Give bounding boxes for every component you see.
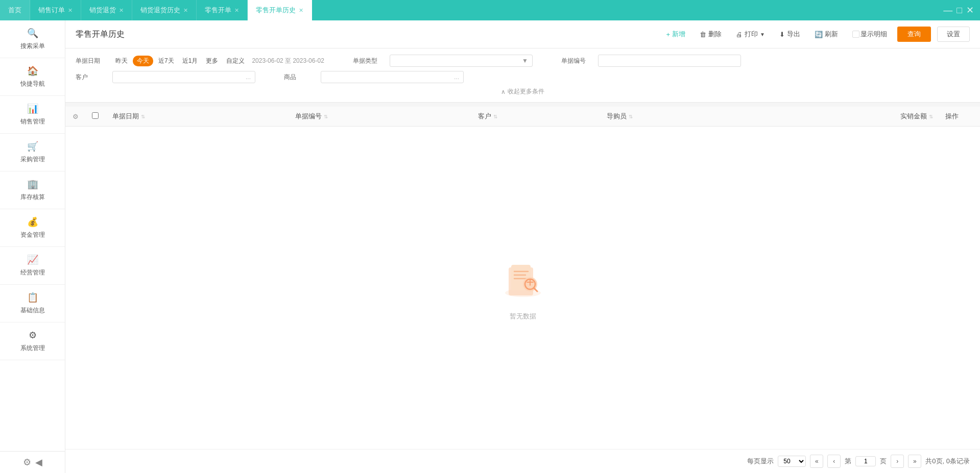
per-page-select[interactable]: 50 10 20 100 — [778, 456, 806, 467]
table-area: ⚙ 单据日期 ⇅ 单据编号 ⇅ — [65, 107, 980, 473]
add-button[interactable]: + 新增 — [662, 28, 690, 41]
toolbar: + 新增 🗑 删除 🖨 打印 ▼ ⬇ 导出 🔄 刷 — [662, 27, 970, 42]
window-close-icon[interactable]: ✕ — [966, 5, 974, 16]
sidebar-item-finance[interactable]: 💰 资金管理 — [0, 209, 65, 247]
refresh-button[interactable]: 🔄 刷新 — [810, 28, 842, 41]
basic-info-icon: 📋 — [27, 292, 38, 303]
sales-icon: 📊 — [27, 103, 38, 114]
query-button[interactable]: 查询 — [897, 27, 931, 42]
settings-icon-bottom[interactable]: ⚙ — [23, 457, 31, 468]
export-icon: ⬇ — [779, 31, 785, 38]
sort-customer-icon[interactable]: ⇅ — [493, 114, 497, 119]
checkbox-all-col — [86, 107, 106, 127]
tab-sales-return[interactable]: 销货退货 ✕ — [81, 0, 132, 20]
inventory-icon: 🏢 — [27, 179, 38, 190]
first-page-icon: « — [815, 458, 819, 465]
sidebar-item-sales-mgmt[interactable]: 📊 销售管理 — [0, 96, 65, 134]
customer-dots-icon[interactable]: ... — [246, 73, 251, 81]
next-page-button[interactable]: › — [891, 455, 904, 468]
date-btn-custom[interactable]: 自定义 — [223, 56, 248, 66]
first-page-button[interactable]: « — [810, 455, 823, 468]
sidebar-item-purchase-mgmt[interactable]: 🛒 采购管理 — [0, 134, 65, 171]
add-icon: + — [666, 31, 671, 38]
col-no: 单据编号 ⇅ — [289, 107, 472, 127]
finance-icon: 💰 — [27, 216, 38, 228]
sidebar-item-search-purchase[interactable]: 🔍 搜索采单 — [0, 20, 65, 58]
tab-sales-return-history[interactable]: 销货退货历史 ✕ — [132, 0, 197, 20]
date-buttons: 昨天 今天 近7天 近1月 更多 自定义 2023-06-02 至 2023-0… — [112, 56, 324, 66]
empty-area: 暂无数据 — [65, 127, 980, 449]
date-btn-more[interactable]: 更多 — [203, 56, 221, 66]
tab-home[interactable]: 首页 — [0, 0, 30, 20]
tab-sales-order[interactable]: 销售订单 ✕ — [30, 0, 81, 20]
date-btn-today[interactable]: 今天 — [133, 56, 153, 66]
minimize-icon[interactable]: — — [943, 5, 952, 16]
last-page-button[interactable]: » — [908, 455, 921, 468]
sort-amount-icon[interactable]: ⇅ — [929, 114, 933, 119]
sidebar-item-quick-nav[interactable]: 🏠 快捷导航 — [0, 58, 65, 96]
display-detail-checkbox[interactable] — [852, 31, 859, 38]
system-icon: ⚙ — [29, 330, 37, 341]
checkbox-header: ⚙ — [65, 107, 86, 127]
maximize-icon[interactable]: □ — [957, 5, 962, 16]
col-date: 单据日期 ⇅ — [106, 107, 289, 127]
date-btn-7days[interactable]: 近7天 — [155, 56, 177, 66]
home-icon: 🏠 — [27, 65, 38, 77]
last-page-icon: » — [913, 458, 917, 465]
main-layout: 🔍 搜索采单 🏠 快捷导航 📊 销售管理 🛒 采购管理 🏢 库存核算 💰 资金管… — [0, 20, 980, 473]
collapse-sidebar-icon[interactable]: ◀ — [35, 457, 42, 468]
sort-date-icon[interactable]: ⇅ — [141, 114, 145, 119]
doc-type-select[interactable]: ▼ — [390, 55, 533, 67]
content-area: 零售开单历史 + 新增 🗑 删除 🖨 打印 ▼ ⬇ 导出 — [65, 20, 980, 473]
export-button[interactable]: ⬇ 导出 — [775, 28, 804, 41]
prev-page-icon: ‹ — [833, 458, 835, 465]
date-btn-yesterday[interactable]: 昨天 — [112, 56, 131, 66]
refresh-icon: 🔄 — [815, 31, 823, 38]
next-page-icon: › — [896, 458, 898, 465]
close-sales-return-history-icon[interactable]: ✕ — [183, 7, 188, 14]
close-sales-order-icon[interactable]: ✕ — [68, 7, 73, 14]
sidebar-item-basic-info[interactable]: 📋 基础信息 — [0, 285, 65, 322]
table-header-row: ⚙ 单据日期 ⇅ 单据编号 ⇅ — [65, 107, 980, 127]
doc-type-arrow-icon: ▼ — [522, 57, 528, 64]
data-table: ⚙ 单据日期 ⇅ 单据编号 ⇅ — [65, 107, 980, 127]
prev-page-button[interactable]: ‹ — [827, 455, 841, 468]
settings-col-icon[interactable]: ⚙ — [73, 113, 79, 120]
sort-no-icon[interactable]: ⇅ — [324, 114, 328, 119]
sort-guide-icon[interactable]: ⇅ — [629, 114, 633, 119]
select-all-checkbox[interactable] — [92, 112, 99, 119]
close-sales-return-icon[interactable]: ✕ — [119, 7, 124, 14]
settings-button[interactable]: 设置 — [937, 27, 970, 42]
pagination: 每页显示 50 10 20 100 « ‹ 第 页 › — [65, 449, 980, 473]
purchase-icon: 🛒 — [27, 141, 38, 152]
col-amount: 实销金额 ⇅ — [756, 107, 939, 127]
sidebar-item-operations[interactable]: 📈 经营管理 — [0, 247, 65, 285]
page-number-input[interactable] — [855, 456, 876, 466]
per-page-label: 每页显示 — [747, 457, 774, 466]
total-info: 共0页, 0条记录 — [925, 457, 970, 466]
tab-retail-open[interactable]: 零售开单 ✕ — [197, 0, 248, 20]
filter-row-2: 客户 ... 商品 ... — [76, 71, 970, 83]
collapse-up-icon: ∧ — [501, 88, 506, 95]
goods-dots-icon[interactable]: ... — [454, 73, 459, 81]
collapse-btn[interactable]: ∧ 收起更多条件 — [76, 87, 970, 96]
tab-retail-open-history[interactable]: 零售开单历史 ✕ — [248, 0, 312, 20]
sidebar-item-inventory[interactable]: 🏢 库存核算 — [0, 171, 65, 209]
date-btn-1month[interactable]: 近1月 — [179, 56, 201, 66]
sidebar-item-system[interactable]: ⚙ 系统管理 — [0, 322, 65, 360]
close-retail-open-history-icon[interactable]: ✕ — [299, 7, 303, 14]
window-controls: — □ ✕ — [943, 5, 980, 16]
print-button[interactable]: 🖨 打印 ▼ — [732, 28, 769, 41]
date-label: 单据日期 — [76, 57, 104, 65]
empty-illustration — [497, 255, 548, 306]
doc-no-input[interactable] — [598, 55, 741, 67]
delete-button[interactable]: 🗑 删除 — [696, 28, 726, 41]
display-detail-button[interactable]: 显示明细 — [848, 28, 891, 41]
page-label: 第 — [845, 457, 851, 466]
page-title: 零售开单历史 — [76, 29, 125, 40]
sidebar: 🔍 搜索采单 🏠 快捷导航 📊 销售管理 🛒 采购管理 🏢 库存核算 💰 资金管… — [0, 20, 65, 473]
top-tab-bar: 首页 销售订单 ✕ 销货退货 ✕ 销货退货历史 ✕ 零售开单 ✕ 零售开单历史 … — [0, 0, 980, 20]
page-header: 零售开单历史 + 新增 🗑 删除 🖨 打印 ▼ ⬇ 导出 — [65, 20, 980, 48]
print-icon: 🖨 — [736, 31, 743, 38]
close-retail-open-icon[interactable]: ✕ — [234, 7, 239, 14]
